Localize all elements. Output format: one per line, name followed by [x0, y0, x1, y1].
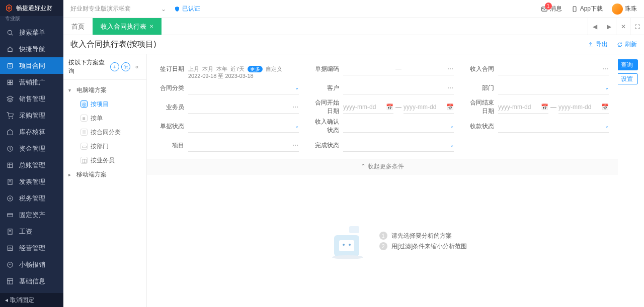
step-badge-2: 2 [379, 242, 387, 250]
scheme-leaf-0-4[interactable]: ◫按业务员 [63, 153, 146, 167]
scheme-group-1[interactable]: ▸移动端方案 [63, 167, 146, 181]
action-column: 查询 设置 [618, 54, 644, 84]
sidebar-item-13[interactable]: 经营管理 [0, 240, 63, 256]
end-date-from[interactable]: yyyy-mm-dd📅 [498, 100, 548, 114]
tabs-close-button[interactable]: ✕ [616, 18, 630, 35]
scheme-leaf-0-3[interactable]: ▭按部门 [63, 139, 146, 153]
sidebar-item-4[interactable]: 销售管理 [0, 90, 63, 107]
sidebar-label: 工资 [19, 227, 32, 236]
salesman-input[interactable]: ⋯ [188, 100, 299, 114]
contract-class-select[interactable]: ⌄ [188, 81, 299, 94]
doc-status-label: 单据状态 [156, 122, 188, 131]
date-preset-0[interactable]: 上月 [188, 66, 199, 72]
brand-header: 畅捷通好业财 [0, 0, 63, 16]
chevron-down-icon: ⌄ [605, 123, 609, 129]
sidebar-unpin[interactable]: ◂ 取消固定 [0, 293, 63, 307]
sidebar-item-14[interactable]: 小畅报销 [0, 256, 63, 273]
sidebar-item-1[interactable]: 快捷导航 [0, 41, 63, 57]
empty-state: 1 请先选择要分析的方案 2 用[过滤]条件来缩小分析范围 [147, 175, 644, 307]
sidebar-item-15[interactable]: 基础信息 [0, 273, 63, 289]
export-button[interactable]: 导出 [588, 40, 608, 49]
sidebar-item-12[interactable]: 工资 [0, 223, 63, 240]
date-preset-2[interactable]: 本年 [216, 66, 227, 72]
filter-sign-date: 签订日期 上月本月本年近7天更多自定义 2022-09-18 至 2023-03… [156, 59, 299, 78]
start-date-from[interactable]: yyyy-mm-dd📅 [343, 100, 393, 114]
account-selector[interactable]: 好业财专业版演示帐套 ⌄ [70, 5, 166, 13]
filter-dept: 部门 ⌄ [466, 78, 609, 97]
empty-step-2: 2 用[过滤]条件来缩小分析范围 [379, 242, 467, 251]
svg-rect-20 [8, 213, 13, 217]
settings-button[interactable]: 设置 [616, 73, 638, 84]
sidebar-label: 小畅报销 [19, 260, 45, 269]
sidebar-item-8[interactable]: 总账管理 [0, 157, 63, 173]
menu-icon [6, 211, 14, 219]
menu-icon [6, 178, 14, 186]
user-menu[interactable]: 珠珠 [612, 4, 637, 15]
svg-point-11 [12, 118, 13, 118]
sidebar-item-6[interactable]: 库存核算 [0, 124, 63, 140]
doc-status-select[interactable]: ⌄ [188, 120, 299, 133]
scheme-leaf-0-1[interactable]: ≡按单 [63, 111, 146, 125]
income-confirm-select[interactable]: ⌄ [343, 120, 454, 133]
collapse-filters-button[interactable]: ⌃ 收起更多条件 [147, 159, 618, 175]
sidebar-item-0[interactable]: 搜索菜单 [0, 24, 63, 41]
tabs-next-button[interactable]: ▶ [602, 18, 616, 35]
calendar-icon: 📅 [386, 104, 393, 111]
date-preset-3[interactable]: 近7天 [230, 66, 245, 72]
sidebar-label: 搜索菜单 [19, 28, 45, 37]
sign-date-control[interactable]: 上月本月本年近7天更多自定义 2022-09-18 至 2023-03-18 [188, 62, 299, 75]
page-body: 收入合同执行表(按项目) 导出 刷新 按以下方案查询 + « [63, 35, 644, 307]
sidebar-item-2[interactable]: 项目合同 [0, 57, 63, 74]
tabs-bar: 首页 收入合同执行表 ✕ ◀ ▶ ✕ [63, 18, 644, 35]
sidebar-item-7[interactable]: 资金管理 [0, 140, 63, 157]
start-date-to[interactable]: yyyy-mm-dd📅 [404, 100, 454, 114]
date-preset-4[interactable]: 更多 [248, 66, 263, 72]
sidebar-item-10[interactable]: 税务管理 [0, 190, 63, 207]
refresh-button[interactable]: 刷新 [617, 40, 637, 49]
tabs-prev-button[interactable]: ◀ [588, 18, 602, 35]
complete-status-select[interactable]: ⌄ [343, 139, 454, 152]
income-contract-input[interactable]: ⋯ [498, 62, 609, 75]
query-button[interactable]: 查询 [616, 59, 638, 70]
scheme-add-button[interactable]: + [110, 62, 119, 71]
brand-edition: 专业版 [0, 15, 63, 24]
tab-home[interactable]: 首页 [63, 18, 93, 35]
scheme-group-0[interactable]: ▾电脑端方案 [63, 83, 146, 97]
sidebar-label: 基础信息 [19, 277, 45, 286]
scheme-collapse-button[interactable]: « [132, 62, 141, 71]
date-preset-5[interactable]: 自定义 [266, 66, 282, 72]
page-header: 收入合同执行表(按项目) 导出 刷新 [63, 35, 644, 54]
menu-icon [6, 45, 14, 53]
download-label: App下载 [580, 5, 603, 13]
svg-rect-9 [11, 82, 13, 84]
menu-icon [6, 261, 14, 269]
sidebar-item-16[interactable]: 系统管理 [0, 289, 63, 293]
sidebar-item-3[interactable]: 营销推广 [0, 74, 63, 90]
scheme-settings-button[interactable] [121, 62, 130, 71]
scheme-leaf-0-2[interactable]: ≣按合同分类 [63, 125, 146, 139]
project-input[interactable]: ⋯ [188, 139, 299, 152]
tree-toggle-icon: ▾ [68, 87, 74, 93]
dept-select[interactable]: ⌄ [498, 81, 609, 94]
tabs-fullscreen-button[interactable] [630, 18, 644, 35]
download-button[interactable]: App下载 [571, 5, 603, 13]
sidebar-item-11[interactable]: 固定资产 [0, 207, 63, 223]
sidebar-item-9[interactable]: 发票管理 [0, 173, 63, 190]
message-button[interactable]: 1 消息 [541, 5, 562, 13]
leaf-icon: ◎ [80, 100, 88, 108]
doc-no-input[interactable]: — ⋯ [343, 62, 454, 75]
tab-income-contract[interactable]: 收入合同执行表 ✕ [93, 18, 162, 35]
income-confirm-label: 收入确认状态 [311, 118, 343, 135]
sidebar-item-5[interactable]: 采购管理 [0, 107, 63, 124]
customer-input[interactable]: ⋯ [343, 81, 454, 94]
end-date-to[interactable]: yyyy-mm-dd📅 [558, 100, 609, 114]
receipt-status-select[interactable]: ⌄ [498, 120, 609, 133]
content: 按以下方案查询 + « ▾电脑端方案◎按项目≡按单≣按合同分类▭按部门◫按业务员… [63, 54, 644, 307]
filter-doc-status: 单据状态 ⌄ [156, 117, 299, 136]
scheme-leaf-0-0[interactable]: ◎按项目 [63, 97, 146, 111]
filter-salesman: 业务员 ⋯ [156, 97, 299, 117]
close-icon[interactable]: ✕ [149, 24, 153, 29]
date-preset-1[interactable]: 本月 [202, 66, 213, 72]
filter-doc-no: 单据编码 — ⋯ [311, 59, 454, 78]
sidebar-label: 税务管理 [19, 194, 45, 203]
